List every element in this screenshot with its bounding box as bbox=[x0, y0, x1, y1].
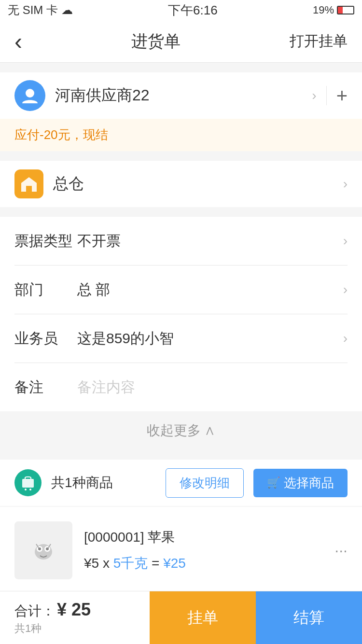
product-code: [0000001] bbox=[84, 530, 144, 545]
multiply-icon: x bbox=[103, 556, 113, 571]
status-time: 下午6:16 bbox=[168, 2, 218, 19]
svg-point-4 bbox=[29, 489, 31, 490]
warehouse-name: 总仓 bbox=[53, 173, 343, 195]
product-more-button[interactable]: ··· bbox=[334, 542, 348, 560]
edit-detail-button[interactable]: 修改明细 bbox=[166, 468, 244, 498]
salesperson-label: 业务员 bbox=[14, 329, 72, 349]
product-title: 苹果 bbox=[148, 530, 175, 545]
salesperson-chevron-icon: › bbox=[343, 331, 348, 346]
battery-icon bbox=[337, 6, 354, 14]
invoice-type-value: 不开票 bbox=[72, 231, 343, 251]
warehouse-row[interactable]: 总仓 › bbox=[0, 161, 362, 207]
supplier-avatar bbox=[14, 80, 45, 111]
salesperson-value: 这是859的小智 bbox=[72, 329, 343, 349]
total-amount: ¥ 25 bbox=[57, 600, 91, 620]
product-total: ¥25 bbox=[163, 556, 186, 571]
department-label: 部门 bbox=[14, 280, 72, 300]
warehouse-section: 总仓 › bbox=[0, 161, 362, 207]
open-pending-button[interactable]: 打开挂单 bbox=[290, 31, 348, 51]
battery-text: 19% bbox=[313, 4, 334, 16]
total-count: 共1种 bbox=[14, 621, 150, 636]
product-count: 共1种商品 bbox=[51, 474, 156, 492]
signal-text: 无 SIM 卡 ☁ bbox=[8, 2, 73, 18]
page-title: 进货单 bbox=[131, 30, 181, 53]
product-thumbnail bbox=[14, 521, 72, 579]
product-thumb-icon bbox=[27, 533, 60, 567]
invoice-type-row[interactable]: 票据类型 不开票 › bbox=[0, 217, 362, 265]
product-qty: 5千克 bbox=[113, 556, 148, 571]
supplier-row[interactable]: 河南供应商22 › + bbox=[0, 72, 362, 119]
invoice-chevron-icon: › bbox=[343, 233, 348, 249]
product-icon bbox=[14, 469, 42, 496]
svg-rect-1 bbox=[26, 186, 32, 192]
nav-bar: ‹ 进货单 打开挂单 bbox=[0, 20, 362, 63]
product-price: ¥5 x 5千克 = ¥25 bbox=[84, 554, 323, 573]
form-section: 票据类型 不开票 › 部门 总 部 › 业务员 这是859的小智 › 备注 备注… bbox=[0, 217, 362, 411]
cart-icon bbox=[20, 475, 36, 490]
select-product-label: 选择商品 bbox=[284, 475, 334, 491]
remark-row[interactable]: 备注 备注内容 bbox=[0, 363, 362, 411]
cart-small-icon: 🛒 bbox=[267, 476, 280, 489]
house-icon bbox=[20, 175, 38, 193]
divider-line bbox=[326, 86, 327, 105]
invoice-type-label: 票据类型 bbox=[14, 231, 72, 251]
remark-label: 备注 bbox=[14, 378, 72, 397]
top-divider bbox=[0, 63, 362, 72]
product-header-section: 共1种商品 修改明细 🛒 选择商品 bbox=[0, 460, 362, 506]
warehouse-chevron-icon: › bbox=[343, 176, 348, 192]
status-bar: 无 SIM 卡 ☁ 下午6:16 19% bbox=[0, 0, 362, 20]
svg-point-0 bbox=[26, 89, 34, 98]
supplier-section: 河南供应商22 › + 应付-20元，现结 bbox=[0, 72, 362, 151]
svg-point-3 bbox=[25, 489, 27, 490]
equals-sign: = bbox=[152, 556, 163, 571]
remark-placeholder: 备注内容 bbox=[72, 378, 348, 397]
total-label: 合计： bbox=[14, 602, 55, 620]
warehouse-icon bbox=[14, 169, 43, 198]
collapse-button[interactable]: 收起更多 ∧ bbox=[0, 411, 362, 450]
divider-1 bbox=[0, 151, 362, 161]
svg-rect-2 bbox=[22, 479, 34, 488]
supplier-chevron-icon: › bbox=[312, 88, 316, 103]
department-row[interactable]: 部门 总 部 › bbox=[0, 266, 362, 314]
checkout-button[interactable]: 结算 bbox=[256, 591, 362, 644]
product-info: [0000001] 苹果 ¥5 x 5千克 = ¥25 bbox=[84, 528, 323, 573]
collapse-label: 收起更多 ∧ bbox=[147, 421, 216, 440]
status-right: 19% bbox=[313, 4, 354, 16]
user-icon bbox=[20, 86, 40, 105]
total-section: 合计： ¥ 25 共1种 bbox=[0, 591, 150, 644]
product-item: [0000001] 苹果 ¥5 x 5千克 = ¥25 ··· bbox=[0, 507, 362, 594]
status-left: 无 SIM 卡 ☁ bbox=[8, 2, 73, 18]
supplier-name: 河南供应商22 bbox=[55, 85, 312, 106]
suspend-button[interactable]: 挂单 bbox=[150, 591, 256, 644]
payment-notice: 应付-20元，现结 bbox=[0, 119, 362, 151]
back-button[interactable]: ‹ bbox=[14, 28, 22, 55]
price-value: ¥5 bbox=[84, 556, 99, 571]
select-product-button[interactable]: 🛒 选择商品 bbox=[253, 469, 348, 497]
add-supplier-button[interactable]: + bbox=[336, 85, 348, 107]
divider-6 bbox=[0, 450, 362, 460]
divider-2 bbox=[0, 207, 362, 217]
department-chevron-icon: › bbox=[343, 282, 348, 297]
product-header: 共1种商品 修改明细 🛒 选择商品 bbox=[0, 460, 362, 506]
product-name: [0000001] 苹果 bbox=[84, 528, 323, 546]
salesperson-row[interactable]: 业务员 这是859的小智 › bbox=[0, 314, 362, 363]
bottom-bar: 合计： ¥ 25 共1种 挂单 结算 bbox=[0, 591, 362, 644]
department-value: 总 部 bbox=[72, 280, 343, 300]
